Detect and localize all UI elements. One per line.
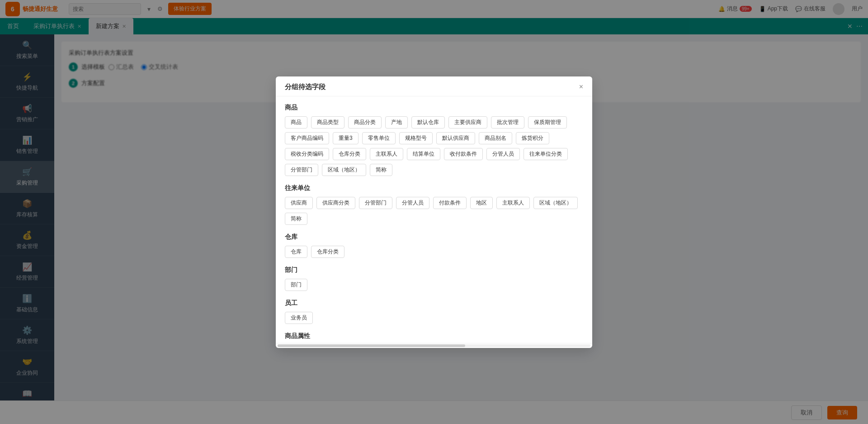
content-area: 采购订单执行表方案设置 1 选择模板 汇总表 交叉统计表 xyxy=(54,34,868,424)
section-product-tags: 商品 商品类型 商品分类 产地 默认仓库 主要供应商 批次管理 保质期管理 客户… xyxy=(285,116,583,176)
field-tag-partner-manager[interactable]: 分管人员 xyxy=(396,197,429,209)
section-department-tags: 部门 xyxy=(285,279,583,291)
section-department: 部门 部门 xyxy=(285,266,583,291)
field-tag-product[interactable]: 商品 xyxy=(285,116,307,129)
field-tag-department[interactable]: 部门 xyxy=(285,279,307,291)
field-tag-customer-code[interactable]: 客户商品编码 xyxy=(285,132,329,144)
field-tag-partner-category[interactable]: 往来单位分类 xyxy=(524,148,568,160)
modal-title: 分组待选字段 xyxy=(285,83,326,91)
field-tag-payment-terms[interactable]: 收付款条件 xyxy=(444,148,483,160)
field-tag-weight3[interactable]: 重量3 xyxy=(333,132,359,144)
modal-close-button[interactable]: × xyxy=(579,83,583,91)
field-tag-retail-unit[interactable]: 零售单位 xyxy=(362,132,396,144)
section-partner: 往来单位 供应商 供应商分类 分管部门 分管人员 付款条件 地区 主联系人 区域… xyxy=(285,184,583,225)
field-tag-supplier[interactable]: 供应商 xyxy=(285,197,313,209)
field-tag-points[interactable]: 炼货积分 xyxy=(516,132,549,144)
field-tag-main-supplier[interactable]: 主要供应商 xyxy=(448,116,487,129)
section-product-attr: 商品属性 属性 颜色 多规格 尺码 鞋码 1 xyxy=(285,332,583,343)
field-tag-supplier-category[interactable]: 供应商分类 xyxy=(316,197,355,209)
field-tag-main-contact[interactable]: 主联系人 xyxy=(370,148,403,160)
section-warehouse-title: 仓库 xyxy=(285,233,583,241)
field-tag-default-supplier[interactable]: 默认供应商 xyxy=(436,132,475,144)
modal-overlay[interactable]: 分组待选字段 × 商品 商品 商品类型 商品分类 产地 默认仓库 主要供应商 xyxy=(54,34,868,424)
field-tag-product-alias[interactable]: 商品别名 xyxy=(479,132,512,144)
modal-horizontal-scrollbar[interactable] xyxy=(276,343,592,348)
field-tag-origin[interactable]: 产地 xyxy=(385,116,408,129)
modal-body: 商品 商品 商品类型 商品分类 产地 默认仓库 主要供应商 批次管理 保质期管理… xyxy=(276,96,592,343)
modal-dialog: 分组待选字段 × 商品 商品 商品类型 商品分类 产地 默认仓库 主要供应商 xyxy=(276,76,592,348)
section-employee-tags: 业务员 xyxy=(285,312,583,324)
section-warehouse-tags: 仓库 仓库分类 xyxy=(285,246,583,258)
field-tag-default-warehouse[interactable]: 默认仓库 xyxy=(411,116,445,129)
field-tag-spec[interactable]: 规格型号 xyxy=(399,132,433,144)
field-tag-payment-cond[interactable]: 付款条件 xyxy=(433,197,467,209)
field-tag-shelf-life[interactable]: 保质期管理 xyxy=(528,116,567,129)
main-layout: 🔍 搜索菜单 ⚡ 快捷导航 📢 营销推广 📊 销售管理 🛒 采购管理 📦 库存核… xyxy=(0,34,868,424)
section-partner-title: 往来单位 xyxy=(285,184,583,192)
field-tag-manager[interactable]: 分管人员 xyxy=(486,148,520,160)
field-tag-product-type[interactable]: 商品类型 xyxy=(311,116,344,129)
field-tag-wh[interactable]: 仓库 xyxy=(285,246,307,258)
field-tag-salesperson[interactable]: 业务员 xyxy=(285,312,313,324)
field-tag-partner-region[interactable]: 区域（地区） xyxy=(533,197,578,209)
field-tag-partner-abbr[interactable]: 简称 xyxy=(285,213,307,225)
field-tag-wh-category[interactable]: 仓库分类 xyxy=(311,246,344,258)
section-partner-tags: 供应商 供应商分类 分管部门 分管人员 付款条件 地区 主联系人 区域（地区） … xyxy=(285,197,583,225)
section-product-attr-title: 商品属性 xyxy=(285,332,583,340)
modal-header: 分组待选字段 × xyxy=(276,76,592,96)
field-tag-batch-mgmt[interactable]: 批次管理 xyxy=(491,116,524,129)
field-tag-partner-contact[interactable]: 主联系人 xyxy=(496,197,530,209)
field-tag-region[interactable]: 区域（地区） xyxy=(322,164,366,176)
field-tag-product-category[interactable]: 商品分类 xyxy=(348,116,382,129)
field-tag-area[interactable]: 地区 xyxy=(470,197,493,209)
field-tag-tax-code[interactable]: 税收分类编码 xyxy=(285,148,329,160)
field-tag-warehouse-category[interactable]: 仓库分类 xyxy=(333,148,366,160)
field-tag-abbr[interactable]: 简称 xyxy=(370,164,392,176)
scrollbar-thumb xyxy=(278,344,465,347)
section-product: 商品 商品 商品类型 商品分类 产地 默认仓库 主要供应商 批次管理 保质期管理… xyxy=(285,104,583,176)
field-tag-partner-dept[interactable]: 分管部门 xyxy=(359,197,392,209)
field-tag-dept[interactable]: 分管部门 xyxy=(285,164,318,176)
section-product-title: 商品 xyxy=(285,104,583,112)
section-employee: 员工 业务员 xyxy=(285,299,583,324)
field-tag-settlement-unit[interactable]: 结算单位 xyxy=(407,148,440,160)
section-warehouse: 仓库 仓库 仓库分类 xyxy=(285,233,583,258)
section-employee-title: 员工 xyxy=(285,299,583,307)
scrollbar-track xyxy=(278,344,590,347)
section-department-title: 部门 xyxy=(285,266,583,274)
